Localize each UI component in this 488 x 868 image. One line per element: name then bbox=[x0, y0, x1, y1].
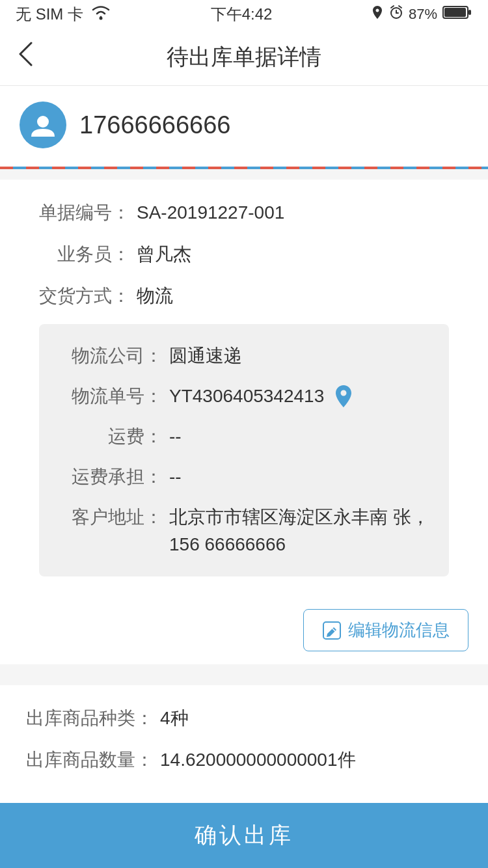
tracking-label: 物流单号： bbox=[59, 383, 163, 410]
battery-icon bbox=[442, 5, 472, 24]
goods-quantity-value: 14.620000000000001件 bbox=[160, 746, 462, 774]
goods-type-value: 4种 bbox=[160, 705, 462, 732]
order-info-card: 单据编号： SA-20191227-001 业务员： 曾凡杰 交货方式： 物流 … bbox=[0, 180, 488, 596]
back-button[interactable] bbox=[18, 42, 33, 72]
freight-label: 运费： bbox=[59, 423, 163, 450]
freight-bearer-row: 运费承担： -- bbox=[59, 463, 429, 491]
svg-line-5 bbox=[399, 6, 401, 8]
alarm-icon bbox=[389, 5, 403, 24]
goods-section: 出库商品种类： 4种 出库商品数量： 14.620000000000001件 bbox=[0, 685, 488, 793]
logistics-card: 物流公司： 圆通速递 物流单号： YT4306405342413 运费： -- bbox=[39, 324, 449, 576]
edit-btn-container: 编辑物流信息 bbox=[0, 596, 488, 664]
freight-bearer-value: -- bbox=[169, 463, 429, 491]
tracking-row: 物流单号： YT4306405342413 bbox=[59, 383, 429, 410]
dashed-divider bbox=[0, 164, 488, 169]
svg-line-4 bbox=[391, 6, 394, 8]
delivery-label: 交货方式： bbox=[26, 282, 130, 310]
user-phone: 17666666666 bbox=[79, 111, 230, 139]
address-value: 北京市市辖区海淀区永丰南 张，156 66666666 bbox=[169, 504, 429, 558]
doc-number-value: SA-20191227-001 bbox=[137, 199, 462, 226]
svg-point-9 bbox=[37, 116, 49, 128]
address-row: 客户地址： 北京市市辖区海淀区永丰南 张，156 66666666 bbox=[59, 504, 429, 558]
delivery-row: 交货方式： 物流 bbox=[26, 282, 462, 310]
address-label: 客户地址： bbox=[59, 504, 163, 531]
status-right: 87% bbox=[371, 5, 472, 24]
salesperson-label: 业务员： bbox=[26, 241, 130, 268]
edit-btn-label: 编辑物流信息 bbox=[348, 619, 450, 642]
freight-row: 运费： -- bbox=[59, 423, 429, 450]
wifi-icon bbox=[90, 4, 112, 25]
svg-rect-8 bbox=[468, 10, 471, 15]
tracking-location-icon[interactable] bbox=[332, 385, 355, 408]
confirm-button[interactable]: 确认出库 bbox=[0, 803, 488, 868]
status-bar: 无 SIM 卡 下午4:42 bbox=[0, 0, 488, 29]
location-status-icon bbox=[371, 5, 384, 24]
edit-logistics-button[interactable]: 编辑物流信息 bbox=[303, 609, 468, 651]
svg-point-0 bbox=[100, 17, 103, 20]
svg-rect-7 bbox=[444, 8, 466, 17]
salesperson-value: 曾凡杰 bbox=[137, 241, 462, 268]
battery-text: 87% bbox=[409, 6, 437, 23]
goods-type-label: 出库商品种类： bbox=[26, 705, 154, 732]
company-value: 圆通速递 bbox=[169, 342, 429, 370]
company-label: 物流公司： bbox=[59, 342, 163, 370]
nav-bar: 待出库单据详情 bbox=[0, 29, 488, 86]
page-title: 待出库单据详情 bbox=[167, 42, 321, 72]
goods-type-row: 出库商品种类： 4种 bbox=[26, 705, 462, 732]
carrier-text: 无 SIM 卡 bbox=[16, 4, 83, 25]
doc-number-row: 单据编号： SA-20191227-001 bbox=[26, 199, 462, 226]
time-text: 下午4:42 bbox=[211, 4, 273, 25]
separator bbox=[0, 664, 488, 675]
freight-bearer-label: 运费承担： bbox=[59, 463, 163, 491]
avatar bbox=[20, 102, 66, 148]
tracking-value: YT4306405342413 bbox=[169, 383, 429, 410]
status-left: 无 SIM 卡 bbox=[16, 4, 112, 25]
user-section: 17666666666 bbox=[0, 86, 488, 164]
freight-value: -- bbox=[169, 423, 429, 450]
confirm-btn-label: 确认出库 bbox=[195, 821, 293, 850]
salesperson-row: 业务员： 曾凡杰 bbox=[26, 241, 462, 268]
goods-quantity-row: 出库商品数量： 14.620000000000001件 bbox=[26, 746, 462, 774]
doc-number-label: 单据编号： bbox=[26, 199, 130, 226]
delivery-value: 物流 bbox=[137, 282, 462, 310]
company-row: 物流公司： 圆通速递 bbox=[59, 342, 429, 370]
goods-quantity-label: 出库商品数量： bbox=[26, 746, 154, 774]
